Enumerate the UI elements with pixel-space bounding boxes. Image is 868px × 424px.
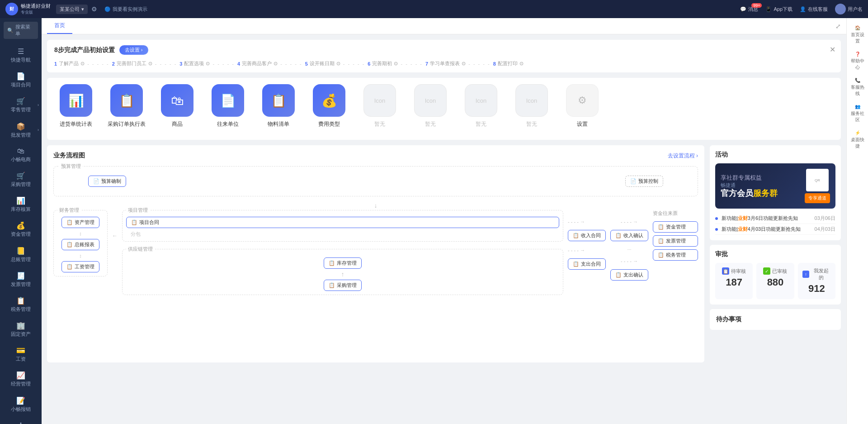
quick-icon-1[interactable]: 📋 采购订单执行表: [104, 84, 149, 128]
banner-badge[interactable]: 专享通道: [805, 193, 830, 203]
approval-card: 审批 📋 待审核 187: [710, 245, 841, 305]
sidebar-item-expense[interactable]: 📝 小畅报销: [0, 392, 42, 417]
app-download-btn[interactable]: 📱 App下载: [765, 6, 793, 13]
search-input[interactable]: 🔍 搜索菜单: [4, 22, 38, 39]
step-1: 1 了解产品 ⊙: [54, 60, 85, 67]
quick-icon-7[interactable]: Icon 暂无: [408, 84, 453, 128]
icon-box-1: 📋: [110, 84, 143, 117]
sidebar-item-retail[interactable]: 🛒 零售管理 ›: [0, 92, 42, 117]
business-flow-card: 业务流程图 去设置流程 › 预算管理 📄: [47, 145, 704, 362]
maximize-button[interactable]: ⤢: [835, 23, 841, 30]
tab-bar: 首页 ⤢: [42, 18, 846, 34]
step-4: 4 完善商品客户 ⊙: [237, 60, 278, 67]
invoice-mgmt-node[interactable]: 📋 发票管理: [653, 235, 698, 247]
news-dot-0: [715, 217, 718, 220]
quick-icon-9[interactable]: Icon 暂无: [509, 84, 554, 128]
asset-node[interactable]: 📋 资产管理: [61, 217, 99, 228]
sidebar-item-inventory[interactable]: 📊 库存核算: [0, 192, 42, 217]
quick-nav-icon: ☰: [18, 47, 24, 56]
quick-icon-10[interactable]: ⚙ 设置: [560, 84, 605, 128]
quick-icons-section: 📊 进货单统计表 📋 采购订单执行表 🛍 商品 📄: [47, 78, 841, 140]
tab-home[interactable]: 首页: [47, 18, 72, 34]
step-2: 2 完善部门员工 ⊙: [112, 60, 152, 67]
search-icon: 🔍: [7, 28, 14, 33]
setup-close-button[interactable]: ✕: [830, 45, 835, 54]
user-avatar[interactable]: 用户名: [835, 4, 863, 14]
activity-card: 活动 享社群专属权益 畅捷通 官方会员服务群 QR 专享通道: [710, 145, 841, 240]
sidebar: 🔍 搜索菜单 ☰ 快捷导航 📄 项目合同 🛒 零售管理 › 📦 批发管理 ›: [0, 18, 42, 424]
icon-box-0: 📊: [60, 84, 92, 117]
sidebar-item-project[interactable]: 📄 项目合同: [0, 67, 42, 92]
arrow-down-1: ↓: [53, 201, 698, 210]
budget-plan-node[interactable]: 📄 预算控制: [625, 176, 663, 187]
sidebar-item-invoice[interactable]: 🧾 发票管理: [0, 267, 42, 292]
mine-icon: ↑: [802, 271, 810, 278]
brand-name: 畅捷通好业财: [21, 3, 51, 10]
tax-mgmt-node[interactable]: 📋 税务管理: [653, 249, 698, 261]
approval-mine[interactable]: ↑ 我发起的 912: [798, 263, 835, 299]
expense-confirm-node[interactable]: 📋 支出确认: [610, 269, 648, 281]
quick-icon-5[interactable]: 💰 费用类型: [307, 84, 352, 128]
sidebar-item-basic[interactable]: ℹ 基础信息: [0, 417, 42, 424]
topbar-settings-icon[interactable]: ⚙: [91, 5, 97, 13]
doc-icon: 📄: [93, 178, 99, 184]
project-contract-node[interactable]: 📋 项目合同: [126, 217, 559, 228]
sidebar-item-ecom[interactable]: 🛍 小畅电商: [0, 143, 42, 167]
approval-pending[interactable]: 📋 待审核 187: [715, 263, 753, 299]
help-icon: ❓: [855, 52, 860, 57]
service-btn[interactable]: 👤 在线客服: [800, 6, 828, 13]
sidebar-item-quick[interactable]: ☰ 快捷导航: [0, 43, 42, 67]
flow-settings-link[interactable]: 去设置流程 ›: [668, 152, 698, 160]
tax-icon: 📋: [16, 296, 25, 305]
company-selector[interactable]: 某某公司 ▾: [56, 5, 88, 14]
sidebar-item-mgmt[interactable]: 📈 经营管理: [0, 367, 42, 391]
go-setup-button[interactable]: 去设置 ›: [119, 45, 148, 55]
sidebar-item-ledger[interactable]: 📒 总账管理: [0, 242, 42, 267]
avatar: [835, 4, 846, 14]
right-panel-hotline[interactable]: 📞 客服热线: [847, 74, 868, 100]
icon-box-10: ⚙: [566, 84, 599, 117]
salary-node[interactable]: 📋 工资管理: [61, 261, 99, 272]
purchase-node[interactable]: 📋 采购管理: [324, 280, 362, 291]
message-btn[interactable]: 💬 消息 99+: [740, 6, 758, 13]
assets-icon: 🏢: [16, 321, 25, 330]
sidebar-item-assets[interactable]: 🏢 固定资产: [0, 317, 42, 342]
sidebar-item-wholesale[interactable]: 📦 批发管理 ›: [0, 118, 42, 143]
quick-icon-4[interactable]: 📋 物料清单: [256, 84, 301, 128]
chevron-icon-2: ›: [38, 128, 39, 132]
income-contract-node[interactable]: 📋 收入合同: [568, 230, 606, 241]
quick-icon-3[interactable]: 📄 往来单位: [205, 84, 250, 128]
expense-icon: 📝: [16, 396, 25, 405]
quick-icon-0[interactable]: 📊 进货单统计表: [53, 84, 99, 128]
chevron-icon: ›: [38, 103, 39, 107]
done-icon: ✓: [763, 267, 770, 275]
demo-link[interactable]: 🔵 我要看实例演示: [104, 6, 147, 13]
quick-icon-6[interactable]: Icon 暂无: [357, 84, 402, 128]
quick-icon-8[interactable]: Icon 暂无: [458, 84, 504, 128]
quick-icon-2[interactable]: 🛍 商品: [155, 84, 200, 128]
right-panel-home[interactable]: 🏠 首页设置: [847, 22, 868, 48]
setup-title: 8步完成产品初始设置 去设置 ›: [54, 45, 834, 55]
approval-done[interactable]: ✓ 已审核 880: [756, 263, 794, 299]
right-panel-help[interactable]: ❓ 帮助中心: [847, 48, 868, 74]
inventory-node[interactable]: 📋 库存管理: [324, 257, 362, 269]
phone-icon: 📞: [855, 78, 860, 83]
expense-contract-node[interactable]: 📋 支出合同: [568, 258, 606, 270]
right-panel-desktop[interactable]: ⚡ 桌面快捷: [847, 127, 868, 153]
icon-box-8: Icon: [465, 84, 497, 117]
right-panel-community[interactable]: 👥 服务社区: [847, 100, 868, 127]
ledger-node[interactable]: 📋 总账报表: [61, 239, 99, 250]
income-confirm-node[interactable]: 📋 收入确认: [610, 230, 648, 241]
sidebar-item-purchase[interactable]: 🛒 采购管理: [0, 167, 42, 192]
news-dot-1: [715, 228, 718, 231]
sidebar-item-salary[interactable]: 💳 工资: [0, 342, 42, 367]
app-icon: 📱: [765, 6, 772, 12]
icon-box-5: 💰: [313, 84, 345, 117]
capital-mgmt-node[interactable]: 📋 资金管理: [653, 221, 698, 233]
sidebar-item-capital[interactable]: 💰 资金管理: [0, 217, 42, 242]
purchase-icon: 🛒: [16, 172, 25, 180]
budget-control-node[interactable]: 📄 预算确制: [88, 176, 126, 187]
service-icon: 👤: [800, 6, 806, 12]
sidebar-item-tax[interactable]: 📋 税务管理: [0, 292, 42, 317]
invoice-icon: 🧾: [16, 272, 25, 280]
